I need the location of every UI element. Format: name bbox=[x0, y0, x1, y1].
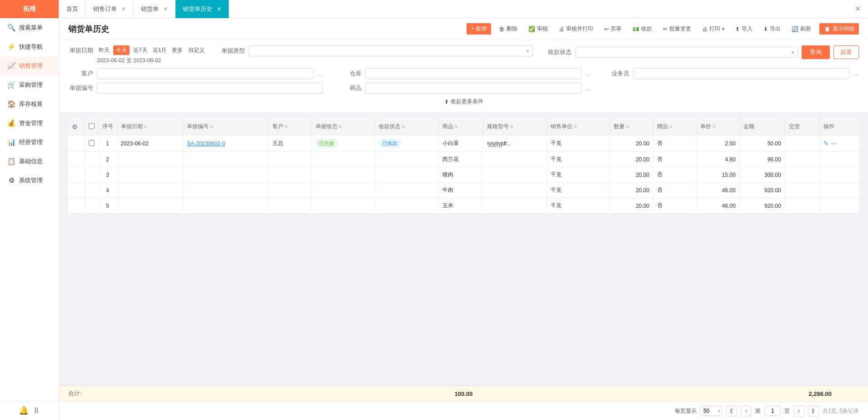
date-more-btn[interactable]: 更多 bbox=[170, 45, 185, 55]
window-close-btn[interactable]: ✕ bbox=[848, 5, 868, 13]
sidebar-item-finance-mgmt[interactable]: 💰 资金管理 bbox=[0, 114, 59, 133]
edit-row-btn[interactable]: ✎ bbox=[823, 140, 828, 147]
next-page-btn[interactable]: › bbox=[793, 405, 804, 416]
go-to-label: 第 bbox=[755, 407, 761, 415]
col-payment-status[interactable]: 收款状态⇅ bbox=[375, 118, 438, 135]
row-customer bbox=[269, 183, 312, 198]
sidebar-item-sys-mgmt[interactable]: ⚙ 系统管理 bbox=[0, 171, 59, 190]
collect-button[interactable]: 💵 收款 bbox=[630, 23, 655, 35]
sidebar-item-purchase-mgmt[interactable]: 🛒 采购管理 bbox=[0, 75, 59, 95]
new-button[interactable]: + 新增 bbox=[467, 23, 491, 35]
row-unit-price: 46.00 bbox=[697, 198, 740, 214]
per-page-select[interactable]: 50 10 20 100 bbox=[700, 406, 722, 416]
col-customer[interactable]: 客户⇅ bbox=[269, 118, 312, 135]
row-checkbox-col[interactable] bbox=[85, 135, 98, 152]
salesperson-input[interactable] bbox=[633, 68, 850, 79]
col-gift[interactable]: 赠品⇅ bbox=[653, 118, 697, 135]
col-goods[interactable]: 商品⇅ bbox=[438, 118, 483, 135]
row-sales-unit: 千克 bbox=[547, 167, 610, 183]
row-doc-no[interactable]: SA-20230602-0 bbox=[183, 135, 269, 152]
import-button[interactable]: ⬆ 导入 bbox=[733, 23, 755, 35]
doc-type-select[interactable] bbox=[249, 45, 532, 56]
delete-icon: 🗑 bbox=[499, 26, 505, 32]
row-checkbox[interactable] bbox=[89, 140, 95, 146]
tab-home[interactable]: 首页 bbox=[59, 0, 86, 18]
row-doc-no[interactable] bbox=[183, 152, 269, 167]
review-print-button[interactable]: 🖨 审核并打印 bbox=[556, 23, 596, 35]
row-doc-status bbox=[312, 167, 375, 183]
customer-dots[interactable]: ... bbox=[317, 70, 323, 77]
first-page-btn[interactable]: ⟪ bbox=[726, 405, 737, 416]
settings-button[interactable]: 设置 bbox=[833, 45, 859, 59]
tab-sales-order-close[interactable]: ✕ bbox=[121, 6, 126, 12]
sidebar-item-base-info[interactable]: 📋 基础信息 bbox=[0, 152, 59, 171]
salesperson-dots[interactable]: ... bbox=[853, 70, 859, 77]
row-checkbox-col[interactable] bbox=[85, 183, 98, 198]
warehouse-dots[interactable]: ... bbox=[586, 70, 591, 77]
warehouse-input[interactable] bbox=[365, 68, 582, 79]
last-page-btn[interactable]: ⟫ bbox=[808, 405, 819, 416]
col-doc-status[interactable]: 单据状态⇅ bbox=[312, 118, 375, 135]
export-button[interactable]: ⬇ 导出 bbox=[761, 23, 783, 35]
show-detail-button[interactable]: 📋 显示明细 bbox=[819, 23, 859, 35]
refresh-button[interactable]: 🔄 刷新 bbox=[789, 23, 814, 35]
payment-status-select[interactable] bbox=[575, 47, 798, 58]
row-checkbox-col[interactable] bbox=[85, 152, 98, 167]
row-doc-status bbox=[312, 198, 375, 214]
col-spec-type[interactable]: 规格型号⇅ bbox=[483, 118, 547, 135]
prev-page-btn[interactable]: ‹ bbox=[741, 405, 752, 416]
row-doc-no[interactable] bbox=[183, 183, 269, 198]
sidebar-item-ops-mgmt[interactable]: 📊 经营管理 bbox=[0, 133, 59, 152]
batch-change-button[interactable]: ✏ 批量变更 bbox=[660, 23, 694, 35]
date-1month-btn[interactable]: 近1月 bbox=[151, 45, 169, 55]
customer-input[interactable] bbox=[97, 68, 314, 79]
customer-label: 客户 bbox=[68, 70, 93, 78]
tab-sales-history-close[interactable]: ✕ bbox=[217, 6, 221, 12]
row-doc-no[interactable] bbox=[183, 198, 269, 214]
col-sales-unit[interactable]: 销售单位⇅ bbox=[547, 118, 610, 135]
row-spec-type: tyjyjtyjdf... bbox=[483, 135, 547, 152]
review-button[interactable]: ✅ 审核 bbox=[526, 23, 551, 35]
select-all-checkbox[interactable] bbox=[89, 123, 95, 129]
col-unit-price[interactable]: 单价⇅ bbox=[697, 118, 740, 135]
page-number-input[interactable] bbox=[764, 406, 781, 416]
row-doc-no[interactable] bbox=[183, 167, 269, 183]
tab-sales-history[interactable]: 销货单历史 ✕ bbox=[176, 0, 229, 18]
col-quantity[interactable]: 数量⇅ bbox=[610, 118, 653, 135]
settings-gear-icon[interactable]: ⚙ bbox=[72, 123, 78, 130]
tab-sales-order[interactable]: 销售订单 ✕ bbox=[86, 0, 134, 18]
delete-button[interactable]: 🗑 删除 bbox=[497, 23, 520, 35]
discard-button[interactable]: ↩ 弃审 bbox=[602, 23, 624, 35]
notification-icon[interactable]: 🔔 bbox=[19, 405, 29, 415]
row-checkbox-col[interactable] bbox=[85, 198, 98, 214]
goods-dots[interactable]: ... bbox=[586, 85, 591, 92]
date-7days-btn[interactable]: 近7天 bbox=[131, 45, 149, 55]
row-checkbox-col[interactable] bbox=[85, 167, 98, 183]
goods-input[interactable] bbox=[365, 83, 582, 94]
row-customer bbox=[269, 198, 312, 214]
sidebar-item-quick-nav[interactable]: ⚡ 快捷导航 bbox=[0, 37, 59, 56]
collapse-button[interactable]: ⬆ 收起更多条件 bbox=[68, 96, 859, 107]
doc-no-link[interactable]: SA-20230602-0 bbox=[187, 140, 225, 147]
sidebar-item-sales-mgmt[interactable]: 📈 销售管理 bbox=[0, 56, 59, 75]
row-gift: 否 bbox=[653, 167, 697, 183]
col-doc-no[interactable]: 单据编号⇅ bbox=[183, 118, 269, 135]
sidebar-item-label: 销售管理 bbox=[19, 62, 43, 70]
more-row-btn[interactable]: ⋯ bbox=[831, 140, 837, 147]
query-button[interactable]: 查询 bbox=[802, 45, 830, 59]
salesunit-sort-icon: ⇅ bbox=[573, 124, 577, 129]
pause-icon[interactable]: ⏸ bbox=[32, 406, 40, 415]
date-yesterday-btn[interactable]: 昨天 bbox=[97, 45, 111, 55]
date-today-btn[interactable]: 今天 bbox=[113, 45, 130, 55]
print-button[interactable]: 🖨 打印 ▾ bbox=[699, 23, 727, 35]
date-custom-btn[interactable]: 自定义 bbox=[186, 45, 206, 55]
col-checkbox[interactable] bbox=[85, 118, 98, 135]
tab-sales-goods-close[interactable]: ✕ bbox=[163, 6, 168, 12]
sidebar-item-search-menu[interactable]: 🔍 搜索菜单 bbox=[0, 18, 59, 37]
col-date[interactable]: 单据日期⇅ bbox=[117, 118, 183, 135]
sidebar-item-inventory[interactable]: 🏠 库存核算 bbox=[0, 95, 59, 114]
doc-no-input[interactable] bbox=[97, 83, 323, 94]
tab-sales-goods[interactable]: 销货单 ✕ bbox=[134, 0, 176, 18]
row-quantity: 20.00 bbox=[610, 152, 653, 167]
col-settings[interactable]: ⚙ bbox=[68, 118, 85, 135]
